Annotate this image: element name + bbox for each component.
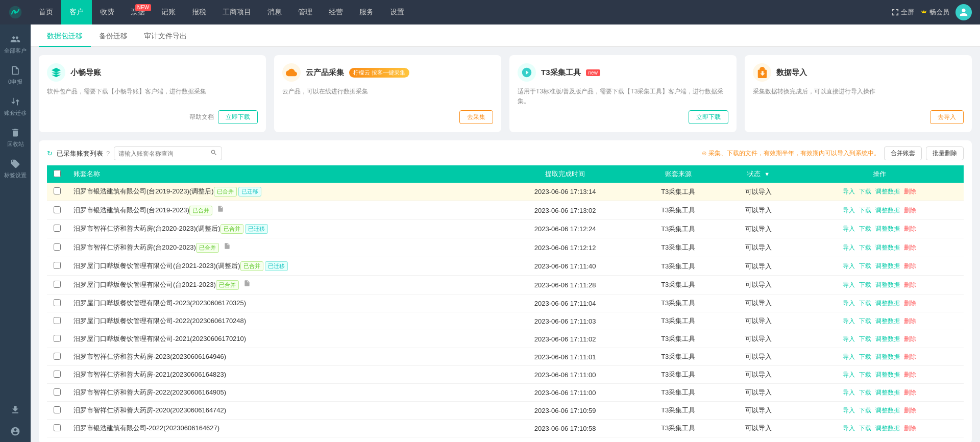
collect-btn-yun[interactable]: 去采集 xyxy=(459,110,493,124)
action-删除[interactable]: 删除 xyxy=(904,225,916,232)
action-删除[interactable]: 删除 xyxy=(904,207,916,214)
action-删除[interactable]: 删除 xyxy=(904,335,916,342)
action-调整数据[interactable]: 调整数据 xyxy=(875,371,900,378)
action-下载[interactable]: 下载 xyxy=(859,300,871,307)
file-icon[interactable] xyxy=(243,281,251,288)
action-删除[interactable]: 删除 xyxy=(904,389,916,396)
select-all-checkbox[interactable] xyxy=(54,170,61,177)
action-导入[interactable]: 导入 xyxy=(843,335,855,342)
nav-business[interactable]: 工商项目 xyxy=(214,0,259,24)
batch-delete-btn[interactable]: 批量删除 xyxy=(926,146,964,160)
action-下载[interactable]: 下载 xyxy=(859,244,871,251)
refresh-icon[interactable]: ↻ xyxy=(47,150,53,157)
row-checkbox[interactable] xyxy=(54,388,61,396)
action-调整数据[interactable]: 调整数据 xyxy=(875,244,900,251)
action-下载[interactable]: 下载 xyxy=(859,188,871,195)
action-导入[interactable]: 导入 xyxy=(843,407,855,414)
action-下载[interactable]: 下载 xyxy=(859,353,871,360)
sidebar-item-tag-settings[interactable]: 标签设置 xyxy=(0,153,31,184)
action-调整数据[interactable]: 调整数据 xyxy=(875,300,900,307)
nav-message[interactable]: 消息 xyxy=(259,0,290,24)
row-checkbox[interactable] xyxy=(54,317,61,324)
search-input[interactable] xyxy=(114,148,206,159)
action-调整数据[interactable]: 调整数据 xyxy=(875,207,900,214)
action-下载[interactable]: 下载 xyxy=(859,425,871,432)
action-调整数据[interactable]: 调整数据 xyxy=(875,353,900,360)
action-调整数据[interactable]: 调整数据 xyxy=(875,407,900,414)
nav-service[interactable]: 服务 xyxy=(351,0,382,24)
action-调整数据[interactable]: 调整数据 xyxy=(875,225,900,232)
action-导入[interactable]: 导入 xyxy=(843,207,855,214)
sidebar-item-recycle[interactable]: 回收站 xyxy=(0,122,31,153)
vip-btn[interactable]: 畅会员 xyxy=(920,8,949,17)
action-导入[interactable]: 导入 xyxy=(843,353,855,360)
nav-bookkeeping[interactable]: 记账 xyxy=(153,0,184,24)
action-下载[interactable]: 下载 xyxy=(859,335,871,342)
sidebar-item-account-transfer[interactable]: 账套迁移 xyxy=(0,91,31,122)
sidebar-item-user-settings[interactable] xyxy=(0,421,31,442)
nav-settings[interactable]: 设置 xyxy=(382,0,412,24)
action-导入[interactable]: 导入 xyxy=(843,281,855,288)
search-button[interactable] xyxy=(206,147,222,160)
action-调整数据[interactable]: 调整数据 xyxy=(875,262,900,269)
action-调整数据[interactable]: 调整数据 xyxy=(875,188,900,195)
import-btn[interactable]: 去导入 xyxy=(930,110,964,124)
row-checkbox[interactable] xyxy=(54,424,61,431)
sort-icon[interactable]: ▼ xyxy=(764,171,770,177)
row-checkbox[interactable] xyxy=(54,225,61,232)
action-删除[interactable]: 删除 xyxy=(904,371,916,378)
action-导入[interactable]: 导入 xyxy=(843,188,855,195)
help-icon[interactable]: ? xyxy=(106,150,110,157)
nav-invoice[interactable]: 票据NEW xyxy=(122,0,153,24)
row-checkbox[interactable] xyxy=(54,335,61,342)
nav-operation[interactable]: 经营 xyxy=(321,0,351,24)
sidebar-item-all-customers[interactable]: 全部客户 xyxy=(0,29,31,60)
action-导入[interactable]: 导入 xyxy=(843,225,855,232)
row-checkbox[interactable] xyxy=(54,206,61,213)
file-icon[interactable] xyxy=(224,243,231,251)
action-删除[interactable]: 删除 xyxy=(904,353,916,360)
fullscreen-btn[interactable]: 全屏 xyxy=(892,8,914,17)
action-导入[interactable]: 导入 xyxy=(843,371,855,378)
row-checkbox[interactable] xyxy=(54,243,61,251)
row-checkbox[interactable] xyxy=(54,299,61,306)
row-checkbox[interactable] xyxy=(54,262,61,269)
nav-tax[interactable]: 报税 xyxy=(184,0,214,24)
action-下载[interactable]: 下载 xyxy=(859,262,871,269)
action-下载[interactable]: 下载 xyxy=(859,371,871,378)
action-调整数据[interactable]: 调整数据 xyxy=(875,425,900,432)
nav-home[interactable]: 首页 xyxy=(31,0,61,24)
nav-customer[interactable]: 客户 xyxy=(61,0,92,24)
sidebar-item-zero-declaration[interactable]: 0申报 xyxy=(0,60,31,91)
action-调整数据[interactable]: 调整数据 xyxy=(875,389,900,396)
action-删除[interactable]: 删除 xyxy=(904,281,916,288)
action-下载[interactable]: 下载 xyxy=(859,317,871,325)
action-导入[interactable]: 导入 xyxy=(843,425,855,432)
action-调整数据[interactable]: 调整数据 xyxy=(875,335,900,342)
row-checkbox[interactable] xyxy=(54,187,61,194)
action-删除[interactable]: 删除 xyxy=(904,262,916,269)
action-调整数据[interactable]: 调整数据 xyxy=(875,317,900,325)
action-导入[interactable]: 导入 xyxy=(843,317,855,325)
nav-fee[interactable]: 收费 xyxy=(92,0,122,24)
row-checkbox[interactable] xyxy=(54,406,61,413)
action-删除[interactable]: 删除 xyxy=(904,407,916,414)
user-avatar[interactable] xyxy=(955,4,972,20)
file-icon[interactable] xyxy=(217,206,224,214)
download-btn-xiaochang[interactable]: 立即下载 xyxy=(218,110,258,124)
action-删除[interactable]: 删除 xyxy=(904,317,916,325)
action-下载[interactable]: 下载 xyxy=(859,207,871,214)
action-导入[interactable]: 导入 xyxy=(843,262,855,269)
action-导入[interactable]: 导入 xyxy=(843,300,855,307)
row-checkbox[interactable] xyxy=(54,353,61,360)
action-下载[interactable]: 下载 xyxy=(859,407,871,414)
action-下载[interactable]: 下载 xyxy=(859,389,871,396)
tab-data-migration[interactable]: 数据包迁移 xyxy=(39,27,91,47)
action-下载[interactable]: 下载 xyxy=(859,225,871,232)
action-删除[interactable]: 删除 xyxy=(904,425,916,432)
download-btn-t3[interactable]: 立即下载 xyxy=(689,110,728,124)
nav-manage[interactable]: 管理 xyxy=(290,0,321,24)
action-删除[interactable]: 删除 xyxy=(904,300,916,307)
app-logo[interactable] xyxy=(0,0,31,24)
action-调整数据[interactable]: 调整数据 xyxy=(875,281,900,288)
